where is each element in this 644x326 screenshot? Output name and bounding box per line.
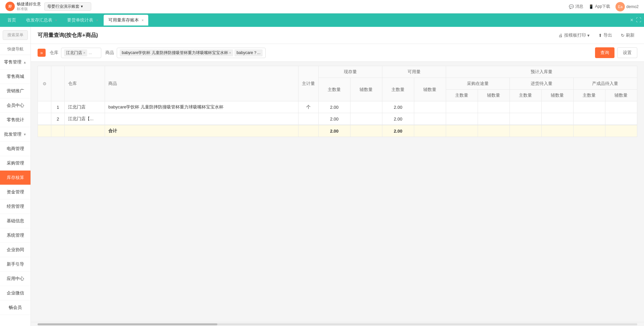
warehouse-tag-remove[interactable]: × xyxy=(83,51,85,55)
industry-selector[interactable]: 母婴行业演示账套 ▾ xyxy=(44,2,91,11)
table-area: ⚙ 仓库 商品 主计量 现存量 可用量 预计入库量 主数量 辅数量 主数量 xyxy=(31,62,644,322)
query-btn[interactable]: 查询 xyxy=(595,47,614,58)
sidebar-item-retail-stat[interactable]: 零售统计 xyxy=(0,113,31,127)
warehouse-more[interactable]: ... xyxy=(89,50,92,55)
page-header: 可用量查询(按仓库+商品) 🖨 按模板打印 ▾ ⬆ 导出 ↻ 刷新 xyxy=(31,27,644,44)
sidebar-item-enterprise-coop[interactable]: 企业协同 xyxy=(0,243,31,257)
user-area[interactable]: Ea demo2 xyxy=(615,2,639,11)
col-warehouse-header: 仓库 xyxy=(65,66,105,101)
refresh-btn[interactable]: ↻ 刷新 xyxy=(618,31,637,40)
window-close-icon[interactable]: × xyxy=(630,17,633,23)
sidebar-item-member[interactable]: 会员中心 xyxy=(0,98,31,113)
sidebar-item-enterprise-wechat[interactable]: 企业微信 xyxy=(0,286,31,300)
sidebar-item-retail-mgmt[interactable]: 零售管理 ▲ xyxy=(0,55,31,69)
sidebar-item-system[interactable]: 系统管理 xyxy=(0,228,31,243)
sidebar-item-enterprise-coop-label: 企业协同 xyxy=(7,247,24,253)
tab-stock-summary-close[interactable]: × xyxy=(55,18,57,22)
sidebar-item-retail-store[interactable]: 零售商城 xyxy=(0,69,31,84)
row2-unit xyxy=(298,113,318,125)
scroll-thumb[interactable] xyxy=(38,323,217,325)
warehouse-filter-group: 仓库 江北门店 × ... xyxy=(50,48,101,58)
top-bar: 好 畅捷通好生意 标准版 母婴行业演示账套 ▾ 💬 消息 📱 App下载 Ea … xyxy=(0,0,644,13)
app-download-btn[interactable]: 📱 App下载 xyxy=(589,4,610,9)
col-stock-aux-header: 辅数量 xyxy=(350,78,382,101)
window-expand-icon[interactable]: ⛶ xyxy=(636,17,641,23)
sidebar-item-member-label: 会员中心 xyxy=(7,102,24,108)
row2-production-main xyxy=(573,113,605,125)
product-filter-input[interactable]: babycare学饮杯 儿童防摔防撞吸管杯重力球吸嘴杯宝宝水杯 × babyca… xyxy=(117,48,266,58)
sidebar-item-vip-member[interactable]: 畅会员 xyxy=(0,300,31,315)
main-layout: 搜索菜单 快捷导航 零售管理 ▲ 零售商城 营销推广 会员中心 零售统计 批发管… xyxy=(0,27,644,326)
filter-expand-btn[interactable]: » xyxy=(38,49,46,57)
download-icon: 📱 xyxy=(589,4,594,9)
refresh-icon: ↻ xyxy=(621,33,625,38)
footer-production-aux xyxy=(605,125,637,137)
product-filter-group: 商品 babycare学饮杯 儿童防摔防撞吸管杯重力球吸嘴杯宝宝水杯 × bab… xyxy=(105,48,266,58)
tab-order-stats-label: 要货单统计表 xyxy=(67,17,93,23)
sidebar-item-operations[interactable]: 经营管理 xyxy=(0,199,31,214)
logo-name: 畅捷通好生意 xyxy=(17,2,41,6)
print-label: 按模板打印 xyxy=(564,32,586,38)
sidebar-item-basic-info-label: 基础信息 xyxy=(7,218,24,224)
row2-warehouse: 江北门店【... xyxy=(65,113,105,125)
row1-purchase-aux xyxy=(478,101,509,113)
sidebar-item-operations-label: 经营管理 xyxy=(7,203,24,209)
col-avail-group-header: 可用量 xyxy=(382,66,446,78)
sidebar-item-quick-nav[interactable]: 快捷导航 xyxy=(0,44,31,55)
sidebar-item-system-label: 系统管理 xyxy=(7,232,24,238)
top-bar-right: 💬 消息 📱 App下载 Ea demo2 xyxy=(569,2,639,11)
print-icon: 🖨 xyxy=(558,33,563,38)
tab-order-stats[interactable]: 要货单统计表 × xyxy=(62,15,103,26)
tab-stock-summary[interactable]: 收发存汇总表 × xyxy=(21,15,62,26)
sidebar-item-inventory[interactable]: 库存核算 xyxy=(0,171,31,185)
warehouse-filter-input[interactable]: 江北门店 × ... xyxy=(61,48,101,58)
product-tag-1-value: babycare学饮杯 儿童防摔防撞吸管杯重力球吸嘴杯宝宝水杯 xyxy=(122,50,228,56)
tab-available-inventory[interactable]: 可用量库存账本 × xyxy=(104,15,148,26)
export-btn[interactable]: ⬆ 导出 xyxy=(596,31,615,40)
export-icon: ⬆ xyxy=(598,33,602,38)
product-filter-label: 商品 xyxy=(105,50,114,56)
sidebar-item-marketing-label: 营销推广 xyxy=(7,88,24,94)
table-row: 1 江北门店 babycare学饮杯 儿童防摔防撞吸管杯重力球吸嘴杯宝宝水杯 个… xyxy=(38,101,637,113)
top-bar-left: 好 畅捷通好生意 标准版 母婴行业演示账套 ▾ xyxy=(5,2,91,11)
settings-btn[interactable]: 设置 xyxy=(617,47,637,58)
col-production-aux-header: 辅数量 xyxy=(605,90,637,101)
gear-icon[interactable]: ⚙ xyxy=(43,81,47,86)
download-label: App下载 xyxy=(595,4,610,9)
footer-empty1 xyxy=(38,125,51,137)
tab-order-stats-close[interactable]: × xyxy=(96,18,98,22)
row2-purchase-aux xyxy=(478,113,509,125)
footer-stock-main: 2.00 xyxy=(318,125,350,137)
sidebar-item-wholesale[interactable]: 批发管理 ▼ xyxy=(0,127,31,142)
footer-stock-aux xyxy=(350,125,382,137)
sidebar-item-new-guide[interactable]: 新手引导 xyxy=(0,257,31,272)
sidebar-item-marketing[interactable]: 营销推广 xyxy=(0,84,31,98)
sidebar-search-area: 搜索菜单 xyxy=(0,27,31,44)
col-no-header xyxy=(51,66,65,101)
product-tag-1-remove[interactable]: × xyxy=(229,51,231,55)
col-production-group-header: 产成品待入量 xyxy=(573,78,637,90)
bottom-scrollbar[interactable] xyxy=(31,322,644,326)
export-label: 导出 xyxy=(603,32,612,38)
footer-avail-aux xyxy=(414,125,446,137)
message-btn[interactable]: 💬 消息 xyxy=(569,4,583,9)
tab-home[interactable]: 首页 xyxy=(3,15,21,26)
sidebar-item-ecommerce[interactable]: 电商管理 xyxy=(0,142,31,156)
row2-no: 2 xyxy=(51,113,65,125)
sidebar-item-purchase[interactable]: 采购管理 xyxy=(0,156,31,171)
row2-purchase-main xyxy=(446,113,478,125)
sidebar-item-vip-member-label: 畅会员 xyxy=(9,305,22,311)
product-tag-1: babycare学饮杯 儿童防摔防撞吸管杯重力球吸嘴杯宝宝水杯 × xyxy=(120,49,233,56)
footer-purchase-main xyxy=(446,125,478,137)
sidebar-item-finance[interactable]: 资金管理 xyxy=(0,185,31,199)
sidebar-item-new-guide-label: 新手引导 xyxy=(7,261,24,267)
col-stock-main-header: 主数量 xyxy=(318,78,350,101)
sidebar-item-basic-info[interactable]: 基础信息 xyxy=(0,214,31,228)
print-btn[interactable]: 🖨 按模板打印 ▾ xyxy=(556,31,592,40)
sidebar-item-app-center[interactable]: 应用中心 xyxy=(0,272,31,286)
tab-available-inventory-close[interactable]: × xyxy=(142,18,144,22)
search-menu-btn[interactable]: 搜索菜单 xyxy=(3,30,28,40)
col-stock-group-header: 现存量 xyxy=(318,66,382,78)
footer-incoming-main xyxy=(509,125,541,137)
row1-incoming-main xyxy=(509,101,541,113)
